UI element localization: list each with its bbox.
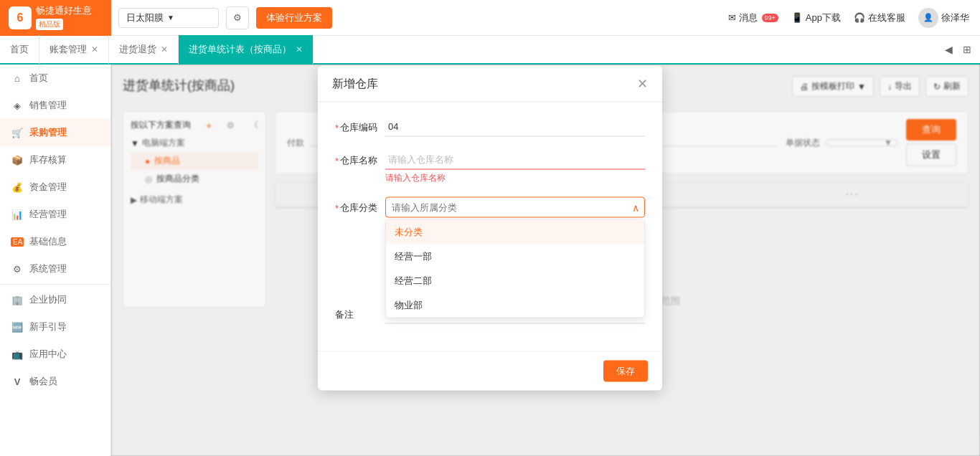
sidebar-item-enterprise[interactable]: 🏢 企业协同: [0, 286, 110, 313]
dialog-title: 新增仓库: [332, 76, 378, 91]
chevron-down-icon: ▼: [167, 14, 174, 22]
category-input[interactable]: [385, 197, 645, 218]
tab-purchase-return[interactable]: 进货退货 ✕: [109, 35, 179, 64]
tab-right-controls: ◀ ⊞: [942, 41, 980, 58]
scheme-item-by-product[interactable]: ● 按商品: [131, 152, 258, 170]
store-selector[interactable]: 日太阳膜 ▼: [118, 8, 219, 28]
refresh-icon: ↻: [933, 82, 941, 92]
sidebar-inventory-label: 库存核算: [29, 153, 67, 166]
sidebar-item-home[interactable]: ⌂ 首页: [0, 65, 110, 92]
user-area[interactable]: 👤 徐泽华: [918, 8, 969, 28]
warehouse-name-row: * 仓库名称 请输入仓库名称: [335, 150, 645, 184]
top-header: 6 畅捷通好生意 精品版 日太阳膜 ▼ ⚙ 体验行业方案 ✉: [0, 0, 980, 36]
dropdown-item-3[interactable]: 物业部: [386, 293, 644, 318]
sidebar-item-operations[interactable]: 📊 经营管理: [0, 201, 110, 228]
sidebar-enterprise-label: 企业协同: [29, 293, 67, 306]
tab-accounts[interactable]: 账套管理 ✕: [39, 35, 109, 64]
messages-item[interactable]: ✉ 消息 99+: [728, 11, 778, 24]
tab-purchase-stats-close[interactable]: ✕: [296, 44, 303, 54]
tab-next-button[interactable]: ⊞: [960, 41, 974, 58]
dialog-header: 新增仓库 ✕: [318, 66, 662, 103]
trial-button[interactable]: 体验行业方案: [256, 7, 332, 29]
messages-label: 消息: [739, 11, 758, 24]
settings-button[interactable]: ⚙: [226, 6, 249, 29]
category-icon: ◎: [145, 174, 152, 184]
dropdown-item-1[interactable]: 经营一部: [386, 244, 644, 269]
service-label: 在线客服: [868, 11, 905, 24]
sidebar-operations-label: 经营管理: [29, 208, 67, 221]
tab-prev-button[interactable]: ◀: [942, 41, 956, 58]
name-input-wrap: 请输入仓库名称: [385, 150, 645, 184]
code-label: * 仓库编码: [335, 117, 385, 134]
name-label: * 仓库名称: [335, 150, 385, 167]
logo-text-line1: 畅捷通好生意: [36, 5, 92, 17]
inventory-icon: 📦: [11, 155, 24, 166]
tab-purchase-return-close[interactable]: ✕: [161, 44, 168, 54]
code-input[interactable]: [385, 117, 645, 137]
scheme-item-by-category[interactable]: ◎ 按商品分类: [131, 170, 258, 188]
sidebar-item-vip[interactable]: V 畅会员: [0, 368, 110, 395]
messages-badge: 99+: [762, 14, 778, 22]
sidebar-vip-label: 畅会员: [29, 375, 57, 388]
sidebar-item-apps[interactable]: 📺 应用中心: [0, 341, 110, 368]
sidebar-item-inventory[interactable]: 📦 库存核算: [0, 146, 110, 174]
tab-purchase-stats-label: 进货单统计表（按商品）: [189, 43, 291, 56]
collapse-icon[interactable]: 《: [250, 119, 258, 131]
sidebar-item-sales[interactable]: ◈ 销售管理: [0, 92, 110, 119]
tab-home[interactable]: 首页: [0, 35, 39, 64]
export-button[interactable]: ↓ 导出: [880, 76, 920, 97]
sidebar-item-purchase[interactable]: 🛒 采购管理: [0, 119, 110, 146]
category-input-wrap: ∧ 未分类 经营一部 经营二部 物业部: [385, 197, 645, 218]
add-scheme-button[interactable]: +: [206, 120, 212, 131]
dropdown-item-0[interactable]: 未分类: [386, 220, 644, 244]
sidebar-item-guide[interactable]: 🆕 新手引导: [0, 313, 110, 341]
headset-icon: 🎧: [854, 12, 865, 23]
app-download-item[interactable]: 📱 App下载: [791, 11, 841, 24]
modal-overlay[interactable]: 6 畅捷通好生意 精品版 日太阳膜 ▼ ⚙ 体验行业方案 ✉: [0, 0, 980, 456]
new-warehouse-dialog: 新增仓库 ✕ * 仓库编码 * 仓库名称: [318, 66, 662, 391]
name-error-message: 请输入仓库名称: [385, 172, 645, 184]
name-input[interactable]: [385, 150, 645, 170]
dialog-close-button[interactable]: ✕: [637, 76, 648, 92]
query-button[interactable]: 查询: [906, 119, 956, 141]
logo-icon: 6: [9, 6, 32, 29]
pc-scheme-label: 电脑端方案: [142, 137, 185, 149]
pc-scheme-chevron: ▼: [131, 138, 139, 148]
sidebar-basic-label: 基础信息: [29, 235, 67, 248]
basic-icon: EA: [11, 237, 24, 247]
message-icon: ✉: [728, 12, 736, 23]
sidebar-item-system[interactable]: ⚙ 系统管理: [0, 255, 110, 282]
app-label: App下载: [806, 11, 841, 24]
purchase-icon: 🛒: [11, 128, 24, 138]
save-button[interactable]: 保存: [603, 361, 648, 382]
table-settings-button[interactable]: 设置: [906, 143, 956, 166]
category-dropdown: 未分类 经营一部 经营二部 物业部: [385, 219, 645, 318]
sidebar-item-finance[interactable]: 💰 资金管理: [0, 174, 110, 201]
refresh-button[interactable]: ↻ 刷新: [925, 76, 969, 97]
tab-accounts-close[interactable]: ✕: [91, 44, 98, 54]
mobile-scheme-chevron: ▶: [131, 195, 137, 205]
print-button[interactable]: 🖨 按模板打印 ▼: [792, 76, 874, 97]
scheme-settings-icon[interactable]: ⚙: [227, 120, 235, 130]
operations-icon: 📊: [11, 209, 24, 220]
tab-purchase-stats[interactable]: 进货单统计表（按商品） ✕: [179, 35, 314, 64]
user-name: 徐泽华: [941, 11, 969, 24]
tab-purchase-return-label: 进货退货: [119, 43, 156, 56]
dropdown-item-2[interactable]: 经营二部: [386, 269, 644, 293]
logo-badge: 精品版: [36, 19, 63, 30]
category-label: * 仓库分类: [335, 197, 385, 214]
col-header-dots2: ···: [737, 182, 968, 207]
sidebar-item-basic[interactable]: EA 基础信息: [0, 228, 110, 255]
warehouse-code-row: * 仓库编码: [335, 117, 645, 137]
tab-accounts-label: 账套管理: [50, 43, 87, 56]
service-item[interactable]: 🎧 在线客服: [854, 11, 905, 24]
tab-bar: 首页 账套管理 ✕ 进货退货 ✕ 进货单统计表（按商品） ✕ ◀ ⊞: [0, 36, 980, 65]
page-title: 进货单统计(按商品): [123, 77, 235, 94]
warehouse-category-row: * 仓库分类 ∧ 未分类 经营一部 经营二部 物业部: [335, 197, 645, 218]
sidebar-sales-label: 销售管理: [29, 99, 67, 112]
print-icon: 🖨: [800, 82, 809, 92]
sidebar-apps-label: 应用中心: [29, 348, 67, 361]
vip-icon: V: [11, 376, 24, 387]
phone-icon: 📱: [791, 12, 803, 23]
dialog-footer: 保存: [318, 351, 662, 391]
